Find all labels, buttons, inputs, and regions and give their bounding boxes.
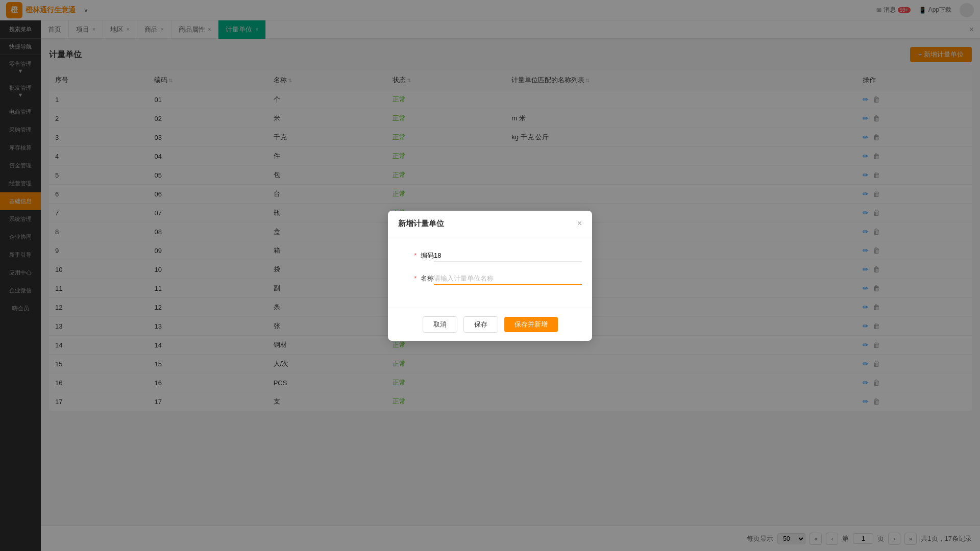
name-required-mark: *: [414, 274, 416, 282]
modal-close-btn[interactable]: ×: [577, 219, 582, 228]
code-input[interactable]: [434, 249, 582, 262]
name-form-row: * 名称: [398, 272, 582, 285]
name-label: * 名称: [398, 274, 434, 283]
add-unit-modal: 新增计量单位 × * 编码 * 名称 取消 保存 保存并新增: [388, 211, 592, 341]
cancel-button[interactable]: 取消: [423, 316, 457, 333]
modal-header: 新增计量单位 ×: [388, 211, 592, 237]
modal-body: * 编码 * 名称: [388, 237, 592, 308]
code-required-mark: *: [414, 252, 416, 259]
modal-footer: 取消 保存 保存并新增: [388, 308, 592, 341]
code-label: * 编码: [398, 251, 434, 260]
modal-overlay: 新增计量单位 × * 编码 * 名称 取消 保存 保存并新增: [0, 0, 980, 551]
modal-title: 新增计量单位: [398, 219, 444, 229]
code-label-text: 编码: [421, 252, 434, 259]
name-input[interactable]: [434, 272, 582, 285]
name-label-text: 名称: [421, 274, 434, 282]
save-and-new-button[interactable]: 保存并新增: [504, 317, 558, 332]
save-button[interactable]: 保存: [463, 316, 498, 333]
code-form-row: * 编码: [398, 249, 582, 262]
